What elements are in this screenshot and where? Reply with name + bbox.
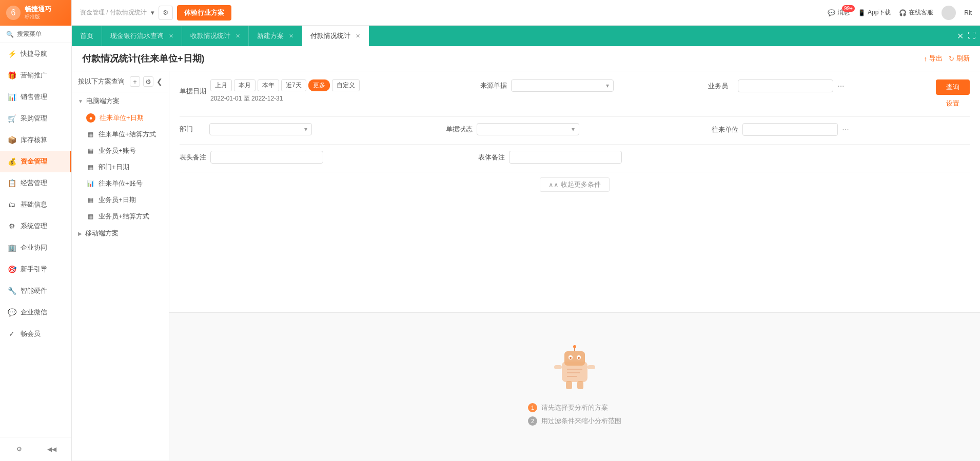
- empty-illustration: [549, 344, 600, 395]
- date-btn-more[interactable]: 更多: [308, 79, 330, 91]
- filter-dept-item: 部门 ▾: [180, 123, 438, 135]
- sidebar-item-system[interactable]: ⚙ 系统管理: [0, 215, 71, 237]
- operation-icon: 📋: [7, 178, 16, 188]
- avatar[interactable]: [942, 6, 956, 20]
- export-btn[interactable]: ↑ 导出: [924, 54, 943, 63]
- empty-tip-2: 2 用过滤条件来缩小分析范围: [528, 416, 621, 426]
- tab-receipt-stats[interactable]: 收款情况统计 ✕: [182, 26, 249, 46]
- tab-close-receipt-stats[interactable]: ✕: [236, 33, 240, 39]
- header-settings-btn[interactable]: ⚙: [159, 6, 173, 20]
- sidebar-item-basic-info[interactable]: 🗂 基础信息: [0, 194, 71, 215]
- sidebar-item-operation[interactable]: 📋 经营管理: [0, 172, 71, 194]
- message-icon: 💬: [828, 9, 835, 16]
- scheme-collapse-btn[interactable]: ❮: [156, 77, 163, 86]
- scheme-item-unit-date[interactable]: ● 往来单位+日期: [72, 110, 169, 126]
- tab-cash-flow[interactable]: 现金银行流水查询 ✕: [102, 26, 182, 46]
- username[interactable]: Rit: [964, 9, 972, 16]
- system-icon: ⚙: [7, 222, 16, 231]
- scheme-item-unit-settle[interactable]: ▦ 往来单位+结算方式: [72, 126, 169, 143]
- scheme-settings-btn[interactable]: ⚙: [143, 76, 153, 87]
- sidebar-item-finance[interactable]: 💰 资金管理: [0, 151, 71, 172]
- partner-input[interactable]: [742, 123, 838, 136]
- tab-expand-btn[interactable]: ⛶: [968, 31, 976, 41]
- sidebar-item-company[interactable]: 🏢 企业协同: [0, 237, 71, 258]
- message-btn[interactable]: 💬 消息 99+: [828, 8, 850, 17]
- sidebar-item-member[interactable]: ✓ 畅会员: [0, 323, 71, 345]
- app-download-btn[interactable]: 📱 App下载: [858, 8, 891, 17]
- date-btn-last-month[interactable]: 上月: [210, 79, 232, 91]
- sidebar-item-hardware[interactable]: 🔧 智能硬件: [0, 280, 71, 302]
- date-btn-current-month[interactable]: 本月: [234, 79, 256, 91]
- salesman-date-icon: ▦: [86, 196, 94, 204]
- refresh-btn[interactable]: ↻ 刷新: [949, 54, 970, 63]
- scheme-item-salesman-date[interactable]: ▦ 业务员+日期: [72, 192, 169, 208]
- sidebar-collapse-btn[interactable]: ◀◀: [38, 443, 67, 456]
- salesman-dots[interactable]: ···: [837, 82, 844, 91]
- filter-date-item: 单据日期 上月 本月 本年 近7天 更多 自定义 20: [180, 79, 472, 103]
- salesman-input[interactable]: [738, 79, 833, 92]
- date-btn-last-7-days[interactable]: 近7天: [281, 79, 306, 91]
- service-btn[interactable]: 🎧 在线客服: [899, 8, 933, 17]
- scheme-group-mobile: ▶ 移动端方案: [72, 225, 169, 242]
- collapse-conditions: ∧∧ 收起更多条件: [180, 172, 970, 197]
- right-panel: 单据日期 上月 本月 本年 近7天 更多 自定义 20: [169, 71, 980, 460]
- trial-btn[interactable]: 体验行业方案: [177, 5, 231, 21]
- scheme-item-salesman-account[interactable]: ▦ 业务员+账号: [72, 143, 169, 159]
- filter-settings-link[interactable]: 设置: [946, 99, 959, 108]
- scheme-panel-actions: + ⚙ ❮: [130, 76, 163, 87]
- sidebar-item-marketing[interactable]: 🎁 营销推广: [0, 65, 71, 86]
- dept-select[interactable]: ▾: [209, 123, 312, 135]
- tab-close-payment-stats[interactable]: ✕: [356, 33, 360, 39]
- tab-payment-stats[interactable]: 付款情况统计 ✕: [302, 26, 369, 46]
- source-select[interactable]: ▾: [511, 79, 614, 92]
- salesman-settle-icon: ▦: [86, 212, 94, 221]
- scheme-item-salesman-settle[interactable]: ▦ 业务员+结算方式: [72, 208, 169, 225]
- filter-row-1: 单据日期 上月 本月 本年 近7天 更多 自定义 20: [180, 79, 970, 108]
- unit-settle-icon: ▦: [86, 130, 94, 138]
- purchase-icon: 🛒: [7, 114, 16, 123]
- mobile-group-arrow: ▶: [78, 231, 82, 236]
- dept-date-icon: ▦: [86, 163, 94, 171]
- basic-info-icon: 🗂: [7, 200, 16, 209]
- sidebar-item-sales[interactable]: 📊 销售管理: [0, 86, 71, 108]
- scheme-panel-header: 按以下方案查询 + ⚙ ❮: [72, 71, 169, 92]
- sidebar-item-quick-nav[interactable]: ⚡ 快捷导航: [0, 43, 71, 65]
- svg-rect-11: [577, 381, 583, 389]
- sidebar-settings-btn[interactable]: ⚙: [5, 443, 34, 456]
- partner-dots[interactable]: ···: [842, 125, 849, 134]
- scheme-item-unit-account[interactable]: 📊 往来单位+账号: [72, 175, 169, 192]
- svg-rect-8: [554, 365, 562, 369]
- header-note-input[interactable]: [210, 151, 323, 164]
- voucher-status-select[interactable]: ▾: [477, 123, 579, 135]
- date-col: 上月 本月 本年 近7天 更多 自定义 2022-01-01 至 2022-12…: [210, 79, 360, 103]
- body-note-input[interactable]: [509, 151, 622, 164]
- tab-close-cash-flow[interactable]: ✕: [169, 33, 173, 39]
- scheme-group-header-pc[interactable]: ▼ 电脑端方案: [72, 92, 169, 110]
- tab-bar-right: ✕ ⛶: [953, 26, 980, 46]
- sales-icon: 📊: [7, 92, 16, 102]
- tab-close-new-scheme[interactable]: ✕: [289, 33, 293, 39]
- scheme-group-header-mobile[interactable]: ▶ 移动端方案: [72, 225, 169, 242]
- sidebar-item-guide[interactable]: 🎯 新手引导: [0, 258, 71, 280]
- sidebar-item-wechat[interactable]: 💬 企业微信: [0, 302, 71, 323]
- search-menu[interactable]: 🔍 搜索菜单: [0, 26, 71, 43]
- filter-salesman-item: 业务员 ···: [708, 79, 928, 92]
- refresh-icon: ↻: [949, 55, 954, 63]
- quick-nav-icon: ⚡: [7, 49, 16, 58]
- tab-close-all-btn[interactable]: ✕: [957, 31, 964, 41]
- hardware-icon: 🔧: [7, 286, 16, 295]
- query-btn[interactable]: 查询: [936, 79, 970, 95]
- header-dropdown-btn[interactable]: ▾: [151, 9, 154, 16]
- tab-new-scheme[interactable]: 新建方案 ✕: [249, 26, 302, 46]
- tab-home[interactable]: 首页: [72, 26, 102, 46]
- scheme-item-dept-date[interactable]: ▦ 部门+日期: [72, 159, 169, 175]
- sidebar-item-purchase[interactable]: 🛒 采购管理: [0, 108, 71, 129]
- page-actions: ↑ 导出 ↻ 刷新: [924, 54, 970, 63]
- collapse-conditions-btn[interactable]: ∧∧ 收起更多条件: [540, 177, 610, 192]
- date-btn-custom[interactable]: 自定义: [332, 79, 360, 91]
- filter-body-note-item: 表体备注: [478, 151, 769, 164]
- sidebar-item-inventory[interactable]: 📦 库存核算: [0, 129, 71, 151]
- scheme-add-btn[interactable]: +: [130, 76, 140, 87]
- date-btn-current-year[interactable]: 本年: [258, 79, 279, 91]
- svg-point-5: [578, 357, 580, 359]
